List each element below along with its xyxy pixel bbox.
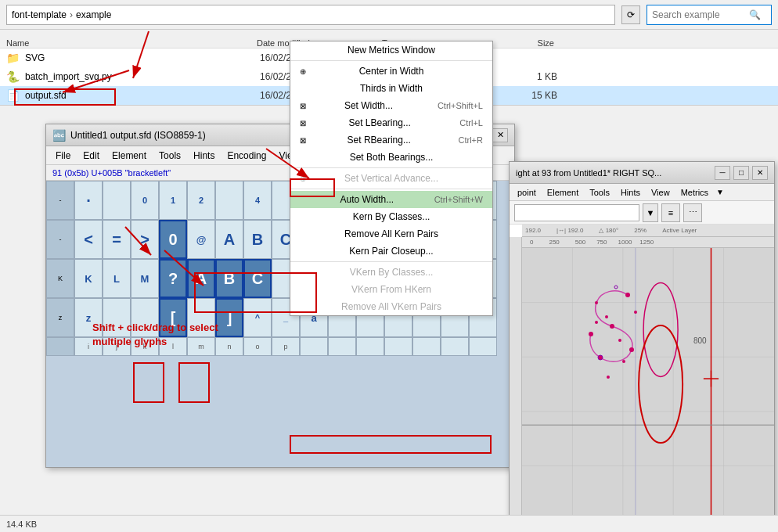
breadcrumb[interactable]: font-template › example xyxy=(6,5,615,25)
menu-item-set-lbearing[interactable]: ⊠ Set LBearing... Ctrl+L xyxy=(290,114,492,131)
menu-item-center[interactable]: ⊕ Center in Width xyxy=(290,63,492,80)
chevron-down-icon[interactable]: ▼ xyxy=(716,188,724,196)
glyph-cell[interactable] xyxy=(187,298,215,337)
glyph-cell[interactable]: L xyxy=(103,259,131,298)
glyph-char-B: B xyxy=(224,271,235,286)
glyph-cell[interactable]: K xyxy=(74,259,103,298)
ff-right-titlebar: ight at 93 from Untitled1* RIGHT SQ... ─… xyxy=(510,162,774,184)
menu-encoding[interactable]: Encoding xyxy=(221,149,272,163)
maximize-right[interactable]: □ xyxy=(733,166,749,180)
menu-label: Set Width... xyxy=(344,100,393,111)
glyph-char: 1 xyxy=(171,196,175,205)
minimize-right[interactable]: ─ xyxy=(715,166,730,180)
glyph-cell[interactable]: > xyxy=(131,220,159,259)
glyph-cell-B[interactable]: B xyxy=(215,259,243,298)
menu-item-set-vert[interactable]: ⊕ Set Vertical Advance... xyxy=(290,170,492,187)
menu-element[interactable]: Element xyxy=(106,149,153,163)
glyph-label-empty7 xyxy=(469,337,497,356)
glyph-label-i: i xyxy=(74,337,103,356)
glyph-cell[interactable]: 0 xyxy=(131,181,159,220)
menu-tools[interactable]: Tools xyxy=(153,149,187,163)
glyph-cell[interactable] xyxy=(215,181,243,220)
glyph-cell-A[interactable]: A xyxy=(187,259,215,298)
menu-item-vkern-from[interactable]: VKern From HKern xyxy=(290,281,492,298)
glyph-cell-bracket-l[interactable]: [ xyxy=(159,298,187,337)
refresh-button[interactable]: ⟳ xyxy=(621,5,640,24)
glyph-label-empty4 xyxy=(384,337,412,356)
toolbar-text-input[interactable] xyxy=(514,204,639,221)
glyph-label-k: k xyxy=(131,337,159,356)
right-menu-point[interactable]: point xyxy=(513,187,541,198)
glyph-cell[interactable]: A xyxy=(215,220,243,259)
glyph-cell[interactable]: < xyxy=(74,220,103,259)
glyph-cell[interactable] xyxy=(131,298,159,337)
toolbar-btn-1[interactable]: ≡ xyxy=(661,203,680,222)
glyph-cell[interactable]: = xyxy=(103,220,131,259)
right-menu-tools[interactable]: Tools xyxy=(585,187,614,198)
glyph-cell-bracket-r[interactable]: ] xyxy=(215,298,243,337)
menu-item-kern-closeup[interactable]: Kern Pair Closeup... xyxy=(290,243,492,260)
right-menu-element[interactable]: Element xyxy=(542,187,583,198)
row-label-2: - xyxy=(46,220,74,259)
glyph-label-m: m xyxy=(187,337,215,356)
menu-label: New Metrics Window xyxy=(348,45,435,56)
glyph-cell-zero-selected[interactable]: 0 xyxy=(159,220,187,259)
menu-label: Kern By Classes... xyxy=(353,211,430,222)
glyph-cell-C[interactable]: C xyxy=(243,259,272,298)
menu-hints[interactable]: Hints xyxy=(187,149,221,163)
glyph-cell[interactable] xyxy=(103,181,131,220)
search-box: 🔍 xyxy=(647,5,772,25)
toolbar-dropdown-btn[interactable]: ▼ xyxy=(643,203,658,222)
ff-title-icon: 🔤 xyxy=(52,129,66,142)
metrics-dropdown: New Metrics Window ⊕ Center in Width Thi… xyxy=(290,41,493,316)
glyph-cell[interactable]: B xyxy=(243,220,272,259)
glyph-cell[interactable]: @ xyxy=(187,220,215,259)
glyph-cell[interactable]: · xyxy=(74,181,103,220)
search-input[interactable] xyxy=(652,9,746,20)
glyph-label-p: p xyxy=(272,337,300,356)
glyph-cell[interactable] xyxy=(103,298,131,337)
file-name: SVG xyxy=(25,52,260,63)
sfd-icon: 📄 xyxy=(6,89,20,102)
glyph-char-bracket-l: [ xyxy=(171,310,176,325)
menu-item-kern-classes[interactable]: Kern By Classes... xyxy=(290,208,492,225)
toolbar-btn-2[interactable]: ⋯ xyxy=(683,203,702,222)
menu-item-set-both[interactable]: Set Both Bearings... xyxy=(290,149,492,166)
menu-item-vkern-classes[interactable]: VKern By Classes... xyxy=(290,264,492,281)
right-menu-view[interactable]: View xyxy=(647,187,675,198)
right-menu-hints[interactable]: Hints xyxy=(616,187,645,198)
svg-point-20 xyxy=(598,355,603,360)
glyph-cell-question[interactable]: ? xyxy=(159,259,187,298)
menu-file[interactable]: File xyxy=(49,149,77,163)
file-size: 15 KB xyxy=(495,90,557,101)
col-header-size[interactable]: Size xyxy=(492,38,554,48)
menu-item-remove-vkern[interactable]: Remove All VKern Pairs xyxy=(290,298,492,315)
menu-item-auto-width[interactable]: Auto Width... Ctrl+Shift+W xyxy=(290,191,492,208)
menu-item-thirds[interactable]: Thirds in Width xyxy=(290,80,492,97)
status-bar: 14.4 KB xyxy=(0,515,778,532)
glyph-char: M xyxy=(141,274,149,284)
glyph-cell[interactable]: 2 xyxy=(187,181,215,220)
glyph-cell[interactable]: z xyxy=(74,298,103,337)
menu-item-new-metrics[interactable]: New Metrics Window xyxy=(290,41,492,59)
menu-item-set-width[interactable]: ⊠ Set Width... Ctrl+Shift+L xyxy=(290,97,492,114)
close-button[interactable]: ✕ xyxy=(492,128,508,142)
glyph-char: · xyxy=(86,192,91,208)
right-menu-metrics[interactable]: Metrics xyxy=(676,187,713,198)
menu-separator-1 xyxy=(290,60,492,61)
svg-point-24 xyxy=(618,339,621,342)
close-right[interactable]: ✕ xyxy=(752,166,768,180)
glyph-cell[interactable]: M xyxy=(131,259,159,298)
glyph-label-empty3 xyxy=(356,337,384,356)
breadcrumb-part1: font-template xyxy=(12,9,67,20)
col-header-name[interactable]: Name xyxy=(6,38,257,48)
svg-rect-0 xyxy=(522,248,774,520)
glyph-cell[interactable]: 1 xyxy=(159,181,187,220)
glyph-cell[interactable]: 4 xyxy=(243,181,272,220)
menu-item-set-rbearing[interactable]: ⊠ Set RBearing... Ctrl+R xyxy=(290,131,492,149)
glyph-canvas[interactable]: 800 xyxy=(522,248,774,520)
glyph-cell[interactable]: ^ xyxy=(243,298,272,337)
menu-item-remove-kern[interactable]: Remove All Kern Pairs xyxy=(290,225,492,243)
row-label-4: z xyxy=(46,298,74,337)
menu-edit[interactable]: Edit xyxy=(77,149,106,163)
